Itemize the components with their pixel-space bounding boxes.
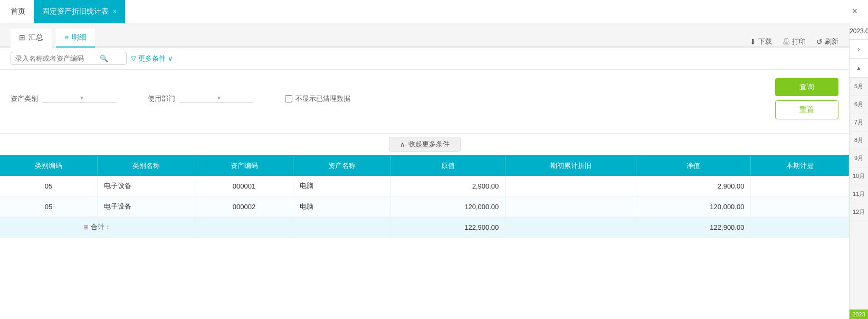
- row1-category-code: 05: [0, 176, 97, 196]
- department-arrow-icon: ▼: [216, 95, 253, 101]
- table-header: 类别编码 类别名称 资产编码 资产名称 原值 期初累计折旧 净值 本期计提: [0, 156, 849, 176]
- col-net-value: 净值: [636, 156, 751, 176]
- month-12[interactable]: 12月: [850, 203, 869, 221]
- filter-row-1: 资产类别 ▼ 使用部门 ▼ 不显示已清理数据: [11, 78, 838, 119]
- download-label: 下载: [758, 37, 772, 46]
- download-icon: ⬇: [750, 37, 756, 46]
- row2-asset-code: 000002: [195, 196, 293, 217]
- expand-arrow-icon: ›: [857, 45, 860, 53]
- refresh-button[interactable]: ↺ 刷新: [816, 37, 838, 46]
- col-asset-name: 资产名称: [293, 156, 391, 176]
- tab-detail-label: 明细: [72, 33, 87, 42]
- month-8-label: 8月: [854, 136, 863, 144]
- month-7[interactable]: 7月: [850, 114, 869, 132]
- scroll-up-button[interactable]: ▲: [850, 59, 869, 78]
- print-button[interactable]: 🖶 打印: [783, 37, 806, 46]
- collapse-bar: ∧ 收起更多条件: [0, 134, 849, 156]
- row2-original-value: 120,000.00: [391, 196, 505, 217]
- department-select[interactable]: ▼: [179, 95, 253, 102]
- filter-actions: 查询 重置: [775, 78, 838, 119]
- table-body: 05 电子设备 000001 电脑 2,900.00 2,900.00 05 电…: [0, 176, 849, 238]
- search-icon[interactable]: 🔍: [100, 54, 108, 62]
- total-original-value: 122,900.00: [391, 217, 505, 238]
- download-button[interactable]: ⬇ 下载: [750, 37, 772, 46]
- collapse-icon: ∧: [400, 140, 405, 148]
- active-tab[interactable]: 固定资产折旧统计表 ×: [34, 0, 125, 23]
- total-row: ⊞ 合计： 122,900.00 122,900.00: [0, 217, 849, 238]
- search-box[interactable]: 🔍: [11, 52, 127, 65]
- detail-icon: ≡: [64, 33, 69, 42]
- row2-accumulated: [505, 196, 636, 217]
- search-toolbar: 🔍 ▽ 更多条件 ∨: [0, 48, 849, 70]
- asset-category-field: 资产类别 ▼: [11, 94, 116, 104]
- window-close-button[interactable]: ×: [852, 6, 857, 17]
- tab-summary[interactable]: ⊞ 汇总: [11, 29, 52, 48]
- row1-asset-code: 000001: [195, 176, 293, 196]
- month-10[interactable]: 10月: [850, 167, 869, 185]
- filter-label: 更多条件: [138, 54, 166, 63]
- total-label-text: 合计：: [91, 222, 111, 232]
- col-category-name: 类别名称: [97, 156, 195, 176]
- department-label: 使用部门: [148, 94, 175, 104]
- top-nav: 首页 固定资产折旧统计表 × ×: [0, 0, 868, 23]
- reset-button[interactable]: 重置: [775, 100, 838, 119]
- row2-category-name: 电子设备: [97, 196, 195, 217]
- main-content: ⊞ 汇总 ≡ 明细 ⬇ 下载 🖶 打印 ↺ 刷新: [0, 23, 868, 319]
- total-net-value: 122,900.00: [636, 217, 751, 238]
- toolbar-actions: ⬇ 下载 🖶 打印 ↺ 刷新: [750, 37, 838, 46]
- total-empty-1: [195, 217, 293, 238]
- total-current-period: [751, 217, 849, 238]
- active-tab-label: 固定资产折旧统计表: [42, 7, 109, 16]
- asset-category-select[interactable]: ▼: [42, 95, 116, 102]
- row1-net-value: 2,900.00: [636, 176, 751, 196]
- search-input[interactable]: [15, 54, 100, 62]
- month-10-label: 10月: [853, 172, 865, 180]
- query-button[interactable]: 查询: [775, 78, 838, 96]
- data-table: 类别编码 类别名称 资产编码 资产名称 原值 期初累计折旧 净值 本期计提 05…: [0, 156, 849, 238]
- month-8[interactable]: 8月: [850, 132, 869, 149]
- hide-cleaned-label: 不显示已清理数据: [295, 94, 350, 104]
- col-category-code: 类别编码: [0, 156, 97, 176]
- month-11-label: 11月: [853, 190, 865, 198]
- home-link[interactable]: 首页: [11, 7, 34, 16]
- more-conditions-button[interactable]: ▽ 更多条件 ∨: [131, 54, 173, 63]
- filter-panel: 资产类别 ▼ 使用部门 ▼ 不显示已清理数据: [0, 70, 849, 134]
- month-7-label: 7月: [854, 118, 863, 126]
- year-badge[interactable]: 2023: [850, 309, 869, 319]
- collapse-button[interactable]: ∧ 收起更多条件: [389, 137, 461, 152]
- table-row: 05 电子设备 000001 电脑 2,900.00 2,900.00: [0, 176, 849, 196]
- up-arrow-icon: ▲: [856, 65, 862, 71]
- asset-category-arrow-icon: ▼: [79, 95, 116, 101]
- print-icon: 🖶: [783, 37, 790, 46]
- month-5-label: 5月: [854, 82, 863, 90]
- collapse-label: 收起更多条件: [408, 139, 450, 149]
- row1-category-name: 电子设备: [97, 176, 195, 196]
- expand-panel-button[interactable]: ›: [850, 40, 869, 59]
- month-5[interactable]: 5月: [850, 78, 869, 96]
- hide-cleaned-field: 不显示已清理数据: [285, 94, 350, 104]
- col-original-value: 原值: [391, 156, 505, 176]
- tab-summary-label: 汇总: [28, 33, 43, 42]
- month-9[interactable]: 9月: [850, 149, 869, 167]
- month-12-label: 12月: [853, 208, 865, 216]
- tab-detail[interactable]: ≡ 明细: [56, 29, 95, 48]
- left-panel: ⊞ 汇总 ≡ 明细 ⬇ 下载 🖶 打印 ↺ 刷新: [0, 23, 849, 319]
- filter-icon: ▽: [131, 54, 136, 62]
- month-6[interactable]: 6月: [850, 96, 869, 114]
- header-row: 类别编码 类别名称 资产编码 资产名称 原值 期初累计折旧 净值 本期计提: [0, 156, 849, 176]
- month-6-label: 6月: [854, 100, 863, 108]
- date-header: 2023.01: [850, 23, 868, 40]
- close-tab-icon[interactable]: ×: [113, 8, 117, 15]
- print-label: 打印: [792, 37, 806, 46]
- table-container: 类别编码 类别名称 资产编码 资产名称 原值 期初累计折旧 净值 本期计提 05…: [0, 156, 849, 319]
- col-asset-code: 资产编码: [195, 156, 293, 176]
- asset-category-label: 资产类别: [11, 94, 38, 104]
- hide-cleaned-checkbox[interactable]: [285, 95, 292, 102]
- month-11[interactable]: 11月: [850, 185, 869, 203]
- tabs-bar: ⊞ 汇总 ≡ 明细 ⬇ 下载 🖶 打印 ↺ 刷新: [0, 23, 849, 48]
- row2-category-code: 05: [0, 196, 97, 217]
- summary-icon: ⊞: [19, 33, 25, 42]
- total-empty-2: [293, 217, 391, 238]
- department-field: 使用部门 ▼: [148, 94, 253, 104]
- total-label-cell: ⊞ 合计：: [0, 217, 195, 238]
